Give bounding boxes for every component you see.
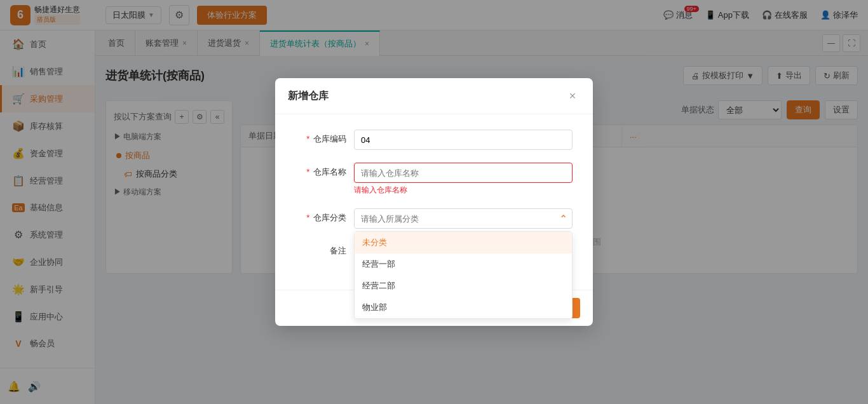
category-input[interactable] xyxy=(354,208,573,229)
note-label: 备注 xyxy=(295,241,346,257)
add-warehouse-modal: 新增仓库 × * 仓库编码 * 仓库名称 xyxy=(275,78,593,326)
category-label: * 仓库分类 xyxy=(295,208,346,224)
name-input[interactable] xyxy=(354,163,573,183)
required-mark: * xyxy=(306,213,309,222)
form-row-code: * 仓库编码 xyxy=(295,130,573,150)
code-input[interactable] xyxy=(354,130,573,150)
code-input-control xyxy=(354,130,573,150)
name-label: * 仓库名称 xyxy=(295,163,346,178)
modal-title: 新增仓库 xyxy=(288,90,329,103)
category-select-wrap: ⌃ 未分类 经营一部 经营二部 物业部 xyxy=(354,208,573,229)
required-mark: * xyxy=(306,167,309,177)
name-error-msg: 请输入仓库名称 xyxy=(354,185,573,196)
code-label: * 仓库编码 xyxy=(295,130,346,145)
modal-close-btn[interactable]: × xyxy=(565,88,580,104)
category-select-control: ⌃ 未分类 经营一部 经营二部 物业部 xyxy=(354,208,573,229)
form-row-name: * 仓库名称 请输入仓库名称 xyxy=(295,163,573,196)
dropdown-item-uncategorized[interactable]: 未分类 xyxy=(355,232,572,253)
dropdown-item-dept2[interactable]: 经营二部 xyxy=(355,275,572,297)
required-mark: * xyxy=(306,134,309,144)
form-row-category: * 仓库分类 ⌃ 未分类 经营一部 经营二部 物业部 xyxy=(295,208,573,229)
dropdown-item-dept1[interactable]: 经营一部 xyxy=(355,253,572,275)
modal-header: 新增仓库 × xyxy=(275,78,593,114)
modal-body: * 仓库编码 * 仓库名称 请输入仓库名称 xyxy=(275,114,593,290)
category-dropdown: 未分类 经营一部 经营二部 物业部 xyxy=(354,231,573,319)
modal-overlay: 新增仓库 × * 仓库编码 * 仓库名称 xyxy=(0,0,868,404)
dropdown-item-dept3[interactable]: 物业部 xyxy=(355,297,572,318)
name-input-control: 请输入仓库名称 xyxy=(354,163,573,196)
